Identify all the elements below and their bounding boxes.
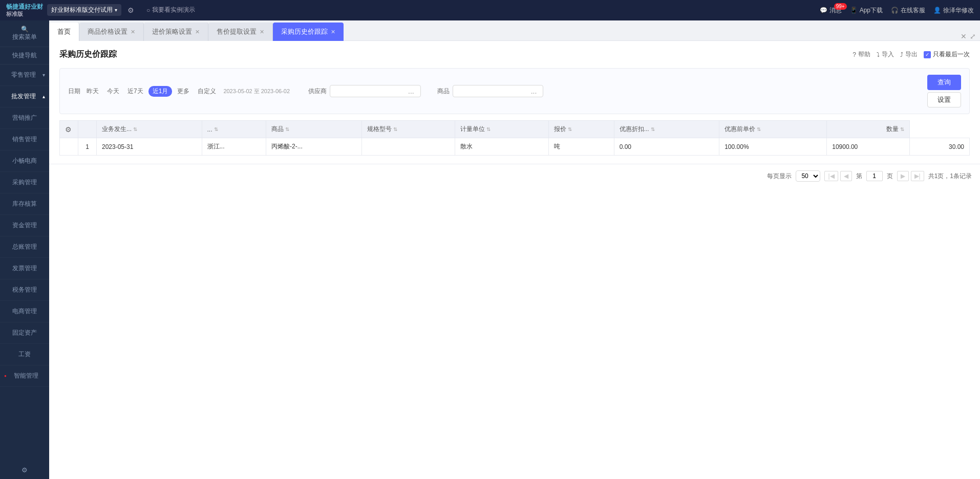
online-service-link[interactable]: 🎧 在线客服: [891, 6, 925, 15]
sidebar-item-inventory[interactable]: 库存核算: [0, 193, 49, 215]
row-unit: 散水: [455, 138, 549, 156]
page-total-info: 共1页，1条记录: [928, 172, 972, 181]
sidebar-item-payroll[interactable]: 工资: [0, 344, 49, 365]
filter-row: 日期 昨天 今天 近7天 近1月 更多 自定义 2023-05-02 至 202…: [68, 75, 961, 107]
th-more-cols[interactable]: ... ⇅: [202, 121, 266, 138]
checkbox-icon: ✓: [924, 51, 931, 58]
supplier-input[interactable]: [334, 88, 406, 95]
page-title: 采购历史价跟踪: [59, 49, 117, 60]
app-download-link[interactable]: 📱 App下载: [850, 6, 883, 15]
sidebar-item-purchase[interactable]: 采购管理: [0, 172, 49, 193]
date-btn-yesterday[interactable]: 昨天: [83, 86, 102, 97]
sidebar-item-smart[interactable]: ● 智能管理: [0, 365, 49, 387]
query-button[interactable]: 查询: [927, 75, 961, 90]
page-number-input[interactable]: [866, 171, 883, 181]
tab-product-price[interactable]: 商品价格设置 ✕: [79, 23, 144, 41]
filter-actions: 查询 设置: [927, 75, 961, 107]
sort-icon: ⇅: [651, 126, 655, 132]
tab-collapse-icon[interactable]: ✕: [961, 32, 967, 40]
question-icon: ?: [853, 51, 856, 58]
sort-icon: ⇅: [393, 126, 397, 132]
sort-icon: ⇅: [133, 126, 137, 132]
supplier-more-icon[interactable]: ...: [406, 87, 416, 95]
sidebar-item-tax[interactable]: 税务管理: [0, 279, 49, 301]
sidebar-quicknav[interactable]: 快捷导航: [0, 47, 49, 64]
tab-expand-icon[interactable]: ⤢: [970, 32, 976, 40]
table-gear-button[interactable]: ⚙: [65, 125, 72, 134]
help-link[interactable]: ? 帮助: [853, 50, 870, 59]
sidebar-settings-gear[interactable]: ⚙: [0, 461, 49, 479]
chevron-icon: ▴: [42, 94, 45, 99]
sidebar-item-ledger[interactable]: 总账管理: [0, 236, 49, 258]
sidebar-item-finance[interactable]: 资金管理: [0, 215, 49, 236]
sidebar-item-invoice[interactable]: 发票管理: [0, 258, 49, 279]
th-unit[interactable]: 计量单位 ⇅: [455, 121, 549, 138]
date-btn-today[interactable]: 今天: [104, 86, 122, 97]
th-spec[interactable]: 规格型号 ⇅: [361, 121, 455, 138]
setting-button[interactable]: 设置: [927, 92, 961, 107]
pagination-bar: 每页显示 50 |◀ ◀ 第 页 ▶ ▶| 共1页，1条记录: [49, 164, 980, 188]
only-last-checkbox-row[interactable]: ✓ 只看最后一次: [924, 50, 970, 59]
tab-close-icon[interactable]: ✕: [131, 29, 135, 35]
sidebar-item-ecommerce-small[interactable]: 小畅电商: [0, 150, 49, 172]
import-link[interactable]: ⤵ 导入: [877, 50, 894, 59]
export-link[interactable]: ⤴ 导出: [900, 50, 918, 59]
app-logo: 畅捷通好业财 标准版: [6, 3, 43, 17]
sidebar-search[interactable]: 🔍 搜索菜单: [0, 20, 49, 47]
row-index: 1: [78, 138, 97, 156]
sidebar-item-sales[interactable]: 销售管理: [0, 129, 49, 150]
table-header-row: ⚙ 业务发生... ⇅: [60, 121, 970, 138]
tab-purchase-history[interactable]: 采购历史价跟踪 ✕: [273, 23, 344, 41]
app-icon: 📱: [850, 7, 858, 14]
sidebar-item-retail[interactable]: 零售管理 ▾: [0, 64, 49, 86]
page-first-button[interactable]: |◀: [824, 171, 838, 181]
table-body: 1 2023-05-31 浙江... 丙烯酸-2-... 散水 吨 0.00 1…: [60, 138, 970, 156]
export-icon: ⤴: [900, 51, 903, 58]
date-btn-last1m[interactable]: 近1月: [148, 86, 173, 97]
version-selector[interactable]: 好业财标准版交付试用 ▾: [47, 4, 121, 16]
th-discount[interactable]: 优惠折扣... ⇅: [614, 121, 719, 138]
product-more-icon[interactable]: ...: [529, 87, 539, 95]
th-gear: ⚙: [60, 121, 78, 138]
page-prev-button[interactable]: ◀: [840, 171, 852, 181]
supplier-input-wrapper[interactable]: ...: [330, 85, 421, 97]
demo-link[interactable]: ○ 我要看实例演示: [146, 6, 195, 14]
demo-icon: ○: [146, 7, 150, 14]
message-badge[interactable]: 💬 消息 99+: [820, 6, 842, 15]
date-btn-last7[interactable]: 近7天: [124, 86, 146, 97]
main-layout: 🔍 搜索菜单 快捷导航 零售管理 ▾ 批发管理 ▴ 营销推广 销售管理 小畅电商…: [0, 20, 980, 479]
table-row: 1 2023-05-31 浙江... 丙烯酸-2-... 散水 吨 0.00 1…: [60, 138, 970, 156]
page-nav: |◀ ◀ 第 页 ▶ ▶|: [824, 171, 924, 181]
th-biz-date[interactable]: 业务发生... ⇅: [97, 121, 202, 138]
tab-close-icon[interactable]: ✕: [260, 29, 264, 35]
sort-icon: ⇅: [486, 126, 491, 132]
page-content: 采购历史价跟踪 ? 帮助 ⤵ 导入 ⤴ 导出: [49, 41, 980, 479]
chevron-down-icon: ▾: [115, 7, 117, 13]
tab-home[interactable]: 首页: [49, 23, 79, 41]
th-product[interactable]: 商品 ⇅: [266, 121, 361, 138]
tabbar: 首页 商品价格设置 ✕ 进价策略设置 ✕ 售价提取设置 ✕ 采购历史价跟踪 ✕ …: [49, 20, 980, 41]
th-quantity[interactable]: 数量 ⇅: [827, 121, 910, 138]
topbar-gear-icon[interactable]: ⚙: [127, 6, 134, 14]
sidebar-item-marketing[interactable]: 营销推广: [0, 107, 49, 129]
th-quote[interactable]: 报价 ⇅: [548, 121, 614, 138]
date-btn-custom[interactable]: 自定义: [195, 86, 219, 97]
sidebar-item-assets[interactable]: 固定资产: [0, 322, 49, 344]
user-avatar-icon: 👤: [933, 7, 941, 14]
tab-close-icon[interactable]: ✕: [331, 29, 335, 35]
topbar-right: 💬 消息 99+ 📱 App下载 🎧 在线客服 👤 徐泽华修改: [820, 6, 974, 15]
tab-sale-price[interactable]: 售价提取设置 ✕: [208, 23, 273, 41]
tab-close-icon[interactable]: ✕: [195, 29, 200, 35]
user-profile[interactable]: 👤 徐泽华修改: [933, 6, 974, 15]
product-input-wrapper[interactable]: ...: [453, 85, 544, 97]
page-last-button[interactable]: ▶|: [911, 171, 924, 181]
product-input[interactable]: [457, 88, 529, 95]
tab-purchase-strategy[interactable]: 进价策略设置 ✕: [144, 23, 208, 41]
date-btn-more[interactable]: 更多: [174, 86, 193, 97]
sidebar-item-ecommerce[interactable]: 电商管理: [0, 301, 49, 322]
row-supplier: 浙江...: [202, 138, 266, 156]
sidebar-item-wholesale[interactable]: 批发管理 ▴: [0, 86, 49, 107]
page-next-button[interactable]: ▶: [897, 171, 909, 181]
per-page-select[interactable]: 50: [796, 170, 820, 182]
th-pre-discount-price[interactable]: 优惠前单价 ⇅: [719, 121, 827, 138]
